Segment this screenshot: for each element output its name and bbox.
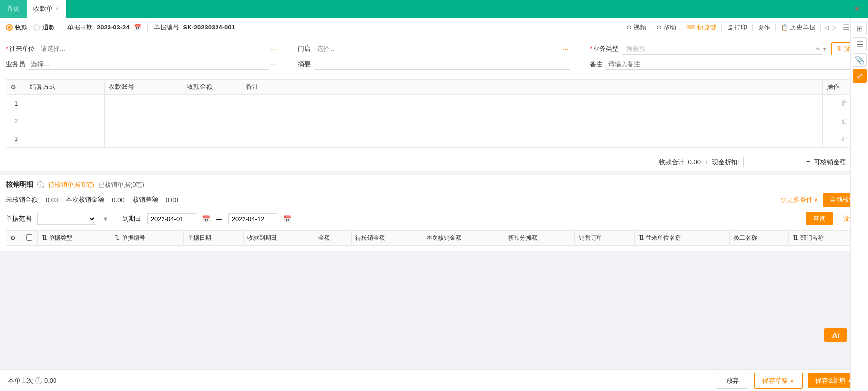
close-button[interactable]: ✕ bbox=[852, 4, 862, 14]
select-all-checkbox[interactable] bbox=[26, 234, 32, 241]
staff-input[interactable] bbox=[28, 59, 269, 70]
shop-input[interactable] bbox=[314, 43, 561, 54]
cell-account-3[interactable] bbox=[105, 130, 183, 148]
radio-collect[interactable]: 收款 bbox=[6, 23, 27, 32]
tab-bar: 首页 收款单 × ─ □ ✕ bbox=[0, 0, 868, 18]
tab-collect[interactable]: 收款单 × bbox=[27, 0, 66, 18]
verify-filter-row: 单据范围 ▼ 到期日 📅 — 📅 查询 设置 bbox=[6, 212, 862, 225]
shop-more-btn[interactable]: ··· bbox=[561, 45, 570, 53]
cell-note-1[interactable] bbox=[242, 95, 823, 112]
table-row: 1 🗑 ⧉ bbox=[6, 95, 862, 112]
form-row-2: 业务员 ··· 摘要 备注 bbox=[6, 59, 862, 70]
partner-more-btn[interactable]: ··· bbox=[269, 45, 278, 53]
staff-more-btn[interactable]: ··· bbox=[269, 60, 278, 68]
cell-settlement-2[interactable] bbox=[26, 112, 105, 130]
more-conditions-btn[interactable]: ▽ 更多条件 ∧ bbox=[781, 196, 819, 204]
right-sidebar: ⊞ ☰ 📎 ⤢ bbox=[850, 18, 868, 391]
summary-input[interactable] bbox=[314, 59, 570, 70]
note-input[interactable] bbox=[605, 59, 862, 70]
sidebar-list-icon[interactable]: ☰ bbox=[853, 37, 867, 51]
cell-note-2[interactable] bbox=[242, 112, 823, 130]
verify-info-icon[interactable]: i bbox=[37, 181, 44, 188]
partner-label: 往来单位 bbox=[6, 44, 38, 53]
table-section: ⚙ 结算方式 收款账号 收款金额 备注 操作 bbox=[0, 79, 868, 153]
business-type-select[interactable]: 预收款 bbox=[622, 43, 822, 55]
cell-amount-3[interactable] bbox=[183, 130, 242, 148]
sidebar-expand-icon[interactable]: ⤢ bbox=[853, 69, 867, 83]
nav-next-icon[interactable]: ▷ bbox=[832, 24, 837, 31]
radio-refund-dot bbox=[33, 24, 40, 31]
shortcut-button[interactable]: ⌨ 快捷键 bbox=[684, 22, 718, 33]
delete-icon-1[interactable]: 🗑 bbox=[840, 99, 849, 107]
date-to-input[interactable] bbox=[228, 213, 277, 224]
abandon-button[interactable]: 放弃 bbox=[716, 373, 749, 389]
shortcut-icon: ⌨ bbox=[686, 24, 696, 31]
help-button[interactable]: ⊙ 帮助 bbox=[654, 22, 678, 33]
radio-refund[interactable]: 退款 bbox=[33, 23, 55, 32]
operate-button[interactable]: 操作 bbox=[756, 22, 772, 33]
delete-icon-2[interactable]: 🗑 bbox=[840, 117, 849, 125]
date-from-input[interactable] bbox=[147, 213, 196, 224]
date-to-calendar-icon[interactable]: 📅 bbox=[283, 215, 291, 223]
date-calendar-icon[interactable]: 📅 bbox=[134, 24, 141, 31]
bench-label: 本单上次 bbox=[8, 376, 33, 385]
video-button[interactable]: ⊙ 视频 bbox=[624, 22, 648, 33]
list-view-icon[interactable]: ☰ bbox=[843, 23, 850, 32]
query-button[interactable]: 查询 bbox=[806, 212, 833, 225]
th-gear[interactable]: ⚙ bbox=[6, 80, 26, 95]
bth-checkbox[interactable] bbox=[22, 231, 38, 246]
bth-due-date: 收款到期日 bbox=[243, 231, 314, 246]
partner-input[interactable] bbox=[38, 43, 269, 54]
save-draft-button[interactable]: 保存草稿 ▲ bbox=[754, 373, 803, 389]
range-dropdown[interactable] bbox=[37, 213, 96, 225]
table-row: 2 🗑 ⧉ bbox=[6, 112, 862, 130]
history-button[interactable]: 📋 历史单据 bbox=[779, 22, 817, 33]
cell-note-3[interactable] bbox=[242, 130, 823, 148]
print-button[interactable]: 🖨 打印 bbox=[725, 22, 749, 33]
tab-pending[interactable]: 待核销单据(0笔) bbox=[48, 180, 94, 189]
bth-partner: ⇅ 往来单位名称 bbox=[634, 231, 729, 246]
minimize-button[interactable]: ─ bbox=[828, 4, 837, 14]
summary-label: 摘要 bbox=[298, 60, 314, 69]
maximize-button[interactable]: □ bbox=[841, 4, 848, 14]
video-icon: ⊙ bbox=[626, 24, 632, 31]
plus-sign: + bbox=[705, 158, 708, 166]
total-label: 收款合计 bbox=[659, 158, 684, 167]
gear-icon: ⚙ bbox=[837, 45, 842, 52]
history-icon: 📋 bbox=[781, 24, 788, 31]
current-label: 本次核销金额 bbox=[66, 196, 104, 204]
cell-account-1[interactable] bbox=[105, 95, 183, 112]
print-icon: 🖨 bbox=[727, 24, 733, 31]
cell-amount-1[interactable] bbox=[183, 95, 242, 112]
header-right: ⊙ 视频 ⊙ 帮助 ⌨ 快捷键 🖨 打印 操作 📋 历史单据 ◁ ▷ ☰ bbox=[624, 22, 862, 33]
due-label: 到期日 bbox=[122, 214, 141, 223]
cell-account-2[interactable] bbox=[105, 112, 183, 130]
verify-title: 核销明细 bbox=[6, 180, 33, 189]
sidebar-attachment-icon[interactable]: 📎 bbox=[853, 53, 867, 67]
radio-group: 收款 退款 bbox=[6, 23, 55, 32]
cell-settlement-1[interactable] bbox=[26, 95, 105, 112]
discount-input[interactable] bbox=[743, 157, 802, 167]
delete-icon-3[interactable]: 🗑 bbox=[840, 135, 849, 142]
radio-collect-dot bbox=[6, 24, 13, 31]
form-area: 往来单位 ··· 门店 ··· 业务类型 预收款 ▼ ⚙ 设置 业务员 ··· bbox=[0, 37, 868, 79]
tab-close-icon[interactable]: × bbox=[55, 5, 59, 12]
bench-info-icon[interactable]: i bbox=[35, 377, 42, 384]
cell-settlement-3[interactable] bbox=[26, 130, 105, 148]
nav-prev-icon[interactable]: ◁ bbox=[824, 24, 829, 31]
cell-amount-2[interactable] bbox=[183, 112, 242, 130]
unchecked-value: 0.00 bbox=[46, 196, 58, 204]
sidebar-table-icon[interactable]: ⊞ bbox=[853, 22, 867, 35]
data-table: ⚙ 结算方式 收款账号 收款金额 备注 操作 bbox=[6, 79, 862, 148]
summary-field: 摘要 bbox=[298, 59, 570, 70]
tab-home[interactable]: 首页 bbox=[0, 0, 27, 18]
table-gear-icon[interactable]: ⚙ bbox=[10, 84, 16, 91]
date-from-calendar-icon[interactable]: 📅 bbox=[202, 215, 210, 223]
row-num-2: 2 bbox=[6, 112, 26, 130]
tab-done[interactable]: 已核销单据(0笔) bbox=[98, 180, 144, 189]
bth-number: ⇅ 单据编号 bbox=[110, 231, 183, 246]
shop-label: 门店 bbox=[298, 44, 314, 53]
bth-pending-amount: 待核销金额 bbox=[352, 231, 422, 246]
ai-badge[interactable]: Ai bbox=[824, 328, 847, 342]
bth-gear[interactable]: ⚙ bbox=[6, 231, 22, 246]
